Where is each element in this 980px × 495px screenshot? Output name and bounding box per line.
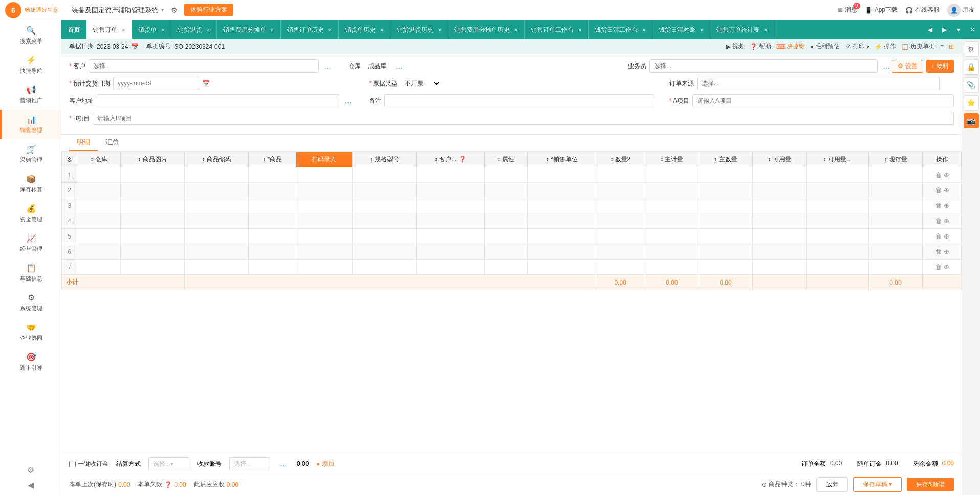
th-avail[interactable]: ↕ 可用量: [752, 152, 806, 167]
tab-huizong[interactable]: 汇总: [98, 135, 126, 151]
row-qty2-5[interactable]: [596, 229, 645, 244]
row-stock-5[interactable]: [868, 229, 922, 244]
row-code-5[interactable]: [185, 229, 249, 244]
row-attr-5[interactable]: [484, 229, 528, 244]
th-avail2[interactable]: ↕ 可用量...: [807, 152, 869, 167]
delivery-calendar-icon[interactable]: 📅: [202, 80, 210, 87]
app-download-button[interactable]: 📱 App下载: [865, 6, 898, 14]
row-image-1[interactable]: [120, 167, 184, 183]
delivery-date-input[interactable]: [113, 77, 199, 90]
row-customer-7[interactable]: [417, 260, 485, 275]
row-scan-5[interactable]: [296, 229, 353, 244]
row-mainqty-5[interactable]: [699, 229, 752, 244]
history-button[interactable]: 📋 历史单据: [901, 42, 935, 51]
row-product-7[interactable]: [249, 260, 296, 275]
account-select[interactable]: 选择...: [229, 457, 270, 470]
th-spec[interactable]: ↕ 规格型号: [352, 152, 416, 167]
one-click-checkbox-label[interactable]: 一键收订金: [69, 460, 108, 468]
delete-icon-5[interactable]: 🗑: [935, 232, 942, 240]
tab-expense-history[interactable]: 销售费用分摊单历史 ✕: [448, 20, 525, 39]
tab-close-icon[interactable]: ✕: [642, 27, 646, 33]
industry-button[interactable]: 体验行业方案: [184, 4, 233, 16]
one-click-checkbox[interactable]: [69, 461, 76, 467]
delete-icon-2[interactable]: 🗑: [935, 186, 942, 194]
tab-close-icon[interactable]: ✕: [578, 27, 582, 33]
row-product-5[interactable]: [249, 229, 296, 244]
delete-icon-6[interactable]: 🗑: [935, 248, 942, 255]
tab-invoice-history[interactable]: 销货单历史 ✕: [339, 20, 390, 39]
table-container[interactable]: ⚙ ↕ 仓库 ↕ 商品图片 ↕ 商品编码 ↕ *商品 扫码录入 ↕ 规格型号 ↕…: [61, 152, 962, 454]
row-qty2-2[interactable]: [596, 183, 645, 198]
copy-icon-1[interactable]: ⊕: [944, 171, 949, 179]
row-avail2-6[interactable]: [807, 244, 869, 260]
delete-icon-3[interactable]: 🗑: [935, 202, 942, 209]
right-sidebar-btn-1[interactable]: ⚙: [964, 41, 979, 57]
th-unit[interactable]: ↕ *销售单位: [528, 152, 596, 167]
right-sidebar-btn-3[interactable]: 📎: [964, 77, 979, 93]
row-avail-1[interactable]: [752, 167, 806, 183]
sidebar-item-search[interactable]: 🔍 搜索菜单: [0, 20, 61, 50]
row-scan-1[interactable]: [296, 167, 353, 183]
row-stock-4[interactable]: [868, 213, 922, 229]
row-customer-1[interactable]: [417, 167, 485, 183]
row-avail2-4[interactable]: [807, 213, 869, 229]
th-code[interactable]: ↕ 商品编码: [185, 152, 249, 167]
row-stock-1[interactable]: [868, 167, 922, 183]
row-attr-6[interactable]: [484, 244, 528, 260]
layout-grid-button[interactable]: ⊞: [949, 43, 954, 50]
row-spec-3[interactable]: [352, 198, 416, 213]
save-draft-button[interactable]: 保存草稿 ▾: [853, 477, 902, 492]
delete-icon-7[interactable]: 🗑: [935, 263, 942, 271]
row-scan-4[interactable]: [296, 213, 353, 229]
row-avail-2[interactable]: [752, 183, 806, 198]
row-warehouse-6[interactable]: [77, 244, 121, 260]
tab-return-history[interactable]: 销货退货历史 ✕: [390, 20, 448, 39]
remark-input[interactable]: [384, 94, 654, 107]
tab-sales-invoice[interactable]: 销货单 ✕: [132, 20, 171, 39]
row-image-6[interactable]: [120, 244, 184, 260]
th-settings[interactable]: ⚙: [62, 152, 77, 167]
view-video-button[interactable]: ▶ 视频: [726, 42, 745, 51]
sidebar-item-inventory[interactable]: 📦 库存核算: [0, 169, 61, 199]
row-stock-7[interactable]: [868, 260, 922, 275]
tab-close-icon[interactable]: ✕: [121, 27, 125, 33]
row-scan-6[interactable]: [296, 244, 353, 260]
row-warehouse-2[interactable]: [77, 183, 121, 198]
row-image-5[interactable]: [120, 229, 184, 244]
tab-daily-reconcile[interactable]: 钱货日清对账 ✕: [652, 20, 710, 39]
row-mainqty-3[interactable]: [699, 198, 752, 213]
profit-button[interactable]: ● 毛利预估: [810, 42, 840, 51]
row-image-4[interactable]: [120, 213, 184, 229]
row-unit-1[interactable]: [528, 167, 596, 183]
row-unit-5[interactable]: [528, 229, 596, 244]
row-qty2-4[interactable]: [596, 213, 645, 229]
row-spec-2[interactable]: [352, 183, 416, 198]
a-project-input[interactable]: [692, 94, 954, 107]
row-stock-6[interactable]: [868, 244, 922, 260]
row-stock-3[interactable]: [868, 198, 922, 213]
row-attr-3[interactable]: [484, 198, 528, 213]
delete-icon-1[interactable]: 🗑: [935, 171, 942, 179]
user-menu[interactable]: 👤 用友: [947, 4, 975, 17]
row-qty2-1[interactable]: [596, 167, 645, 183]
row-code-1[interactable]: [185, 167, 249, 183]
row-customer-3[interactable]: [417, 198, 485, 213]
print-button[interactable]: 🖨 打印 ▾: [845, 42, 869, 51]
operation-button[interactable]: ⚡ 操作: [875, 42, 896, 51]
row-warehouse-3[interactable]: [77, 198, 121, 213]
save-new-button[interactable]: 保存&新增: [907, 478, 954, 491]
copy-icon-2[interactable]: ⊕: [944, 186, 949, 194]
tab-next-button[interactable]: ▶: [937, 20, 951, 39]
row-unit-7[interactable]: [528, 260, 596, 275]
tab-close-icon[interactable]: ✕: [328, 27, 332, 33]
tab-order-history[interactable]: 销售订单历史 ✕: [281, 20, 339, 39]
row-customer-6[interactable]: [417, 244, 485, 260]
row-image-7[interactable]: [120, 260, 184, 275]
row-unit-4[interactable]: [528, 213, 596, 229]
delete-icon-4[interactable]: 🗑: [935, 217, 942, 225]
row-customer-4[interactable]: [417, 213, 485, 229]
tab-close-icon[interactable]: ✕: [438, 27, 442, 33]
row-image-3[interactable]: [120, 198, 184, 213]
row-mainqty-1[interactable]: [699, 167, 752, 183]
row-scan-3[interactable]: [296, 198, 353, 213]
